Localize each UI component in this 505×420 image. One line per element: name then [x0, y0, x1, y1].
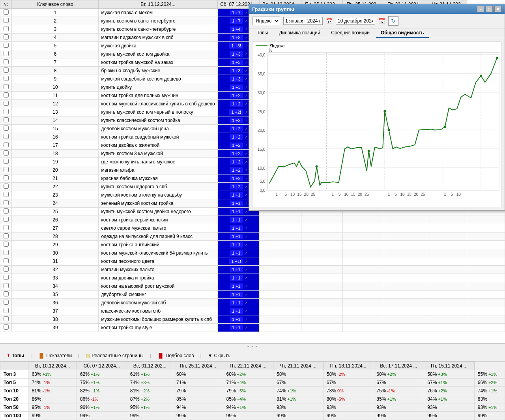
row-checkbox[interactable]: [4, 175, 9, 180]
row-checkbox[interactable]: [4, 200, 9, 205]
row-checkbox[interactable]: [4, 76, 9, 81]
trend-icon[interactable]: ↗: [244, 60, 247, 65]
trend-icon[interactable]: ↗: [244, 284, 247, 289]
calendar-from-icon[interactable]: 📅: [326, 18, 333, 24]
row-number: 29: [12, 241, 99, 249]
trend-icon[interactable]: ↗: [244, 210, 247, 214]
trend-icon[interactable]: ↗: [244, 193, 247, 197]
engine-select[interactable]: Яндекс Google: [252, 17, 280, 25]
tab-avg-positions[interactable]: Средние позиции: [326, 28, 374, 38]
row-checkbox[interactable]: [4, 109, 9, 114]
trend-icon[interactable]: ↗: [244, 251, 247, 255]
row-checkbox[interactable]: [4, 250, 9, 255]
row-checkbox[interactable]: [4, 59, 9, 64]
row-checkbox[interactable]: [4, 258, 9, 263]
trend-icon[interactable]: ↗: [244, 69, 247, 73]
row-checkbox[interactable]: [4, 117, 9, 122]
trend-icon[interactable]: ↗: [244, 143, 247, 148]
row-checkbox[interactable]: [4, 26, 9, 31]
trend-icon[interactable]: ↗: [244, 326, 247, 330]
row-checkbox[interactable]: [4, 233, 9, 238]
row-checkbox[interactable]: [4, 300, 9, 305]
row-checkbox[interactable]: [4, 324, 9, 330]
row-checkbox[interactable]: [4, 150, 9, 156]
row-checkbox[interactable]: [4, 225, 9, 230]
row-checkbox[interactable]: [4, 275, 9, 280]
svg-text:25: 25: [311, 192, 316, 196]
trend-icon[interactable]: ↗: [245, 110, 248, 114]
row-checkbox[interactable]: [4, 9, 9, 15]
tab-dynamics[interactable]: Динамика позиций: [274, 28, 325, 38]
trend-icon[interactable]: ↗: [244, 135, 247, 139]
row-checkbox[interactable]: [4, 184, 9, 189]
tab-tops[interactable]: Топы: [252, 28, 273, 38]
trend-icon[interactable]: ↗: [244, 52, 247, 56]
row-checkbox[interactable]: [4, 134, 9, 139]
tab-indicators[interactable]: ▐▌ Показатели: [34, 352, 76, 360]
row-checkbox[interactable]: [4, 84, 9, 89]
tab-tops-bottom[interactable]: T Топы: [3, 351, 28, 360]
maximize-button[interactable]: □: [486, 6, 493, 12]
minimize-button[interactable]: –: [477, 6, 484, 12]
trend-icon[interactable]: ↗: [245, 44, 248, 48]
date-from-input[interactable]: [283, 17, 323, 25]
trend-icon[interactable]: ↗: [244, 243, 247, 247]
trend-icon[interactable]: ↗: [244, 176, 247, 181]
trend-icon[interactable]: ↗: [244, 152, 247, 156]
row-checkbox[interactable]: [4, 43, 9, 48]
trend-icon[interactable]: ↗: [244, 226, 247, 231]
trend-icon[interactable]: ↗: [244, 85, 247, 90]
calendar-to-icon[interactable]: 📅: [378, 18, 385, 24]
row-checkbox[interactable]: [4, 291, 9, 296]
row-checkbox[interactable]: [4, 18, 9, 23]
trend-icon[interactable]: ↗: [244, 301, 247, 305]
trend-icon[interactable]: ↗: [244, 118, 247, 123]
row-checkbox[interactable]: [4, 101, 9, 106]
row-checkbox[interactable]: [4, 34, 9, 39]
row-checkbox[interactable]: [4, 283, 9, 288]
trend-icon[interactable]: ↗: [244, 77, 247, 81]
row-checkbox[interactable]: [4, 192, 9, 197]
row-checkbox[interactable]: [4, 142, 9, 147]
row-checkbox[interactable]: [4, 167, 9, 172]
row-checkbox[interactable]: [4, 316, 9, 321]
trend-icon[interactable]: ↗: [244, 127, 247, 131]
row-checkbox[interactable]: [4, 208, 9, 214]
row-checkbox[interactable]: [4, 126, 9, 131]
table-row: 36деловой костюм мужской спб1 +1↗: [0, 299, 505, 307]
trend-icon[interactable]: ↗: [244, 168, 247, 172]
trend-icon[interactable]: ↗: [244, 201, 247, 206]
row-checkbox[interactable]: [4, 266, 9, 272]
row-checkbox[interactable]: [4, 242, 9, 247]
trend-icon[interactable]: ↗: [244, 19, 247, 23]
row-checkbox[interactable]: [4, 68, 9, 73]
trend-icon[interactable]: ↗: [244, 36, 247, 40]
row-checkbox[interactable]: [4, 308, 9, 313]
row-checkbox[interactable]: [4, 217, 9, 222]
tab-visibility[interactable]: Общая видимость: [376, 28, 429, 38]
trend-icon[interactable]: ↗: [244, 27, 247, 32]
trend-icon[interactable]: ↗: [244, 276, 247, 280]
date-to-input[interactable]: [336, 17, 375, 25]
tab-word-selection[interactable]: ▐▌ Подбор слов: [153, 352, 198, 360]
trend-icon[interactable]: ↗: [244, 309, 247, 313]
trend-icon[interactable]: ↗: [245, 259, 248, 264]
trend-icon[interactable]: ↗: [244, 185, 247, 189]
trend-icon[interactable]: ↗: [244, 292, 247, 297]
trend-icon[interactable]: ↗: [244, 11, 247, 15]
row-checkbox[interactable]: [4, 159, 9, 164]
trend-icon[interactable]: ↗: [244, 218, 247, 222]
trend-icon[interactable]: ↗: [244, 268, 247, 272]
trend-icon[interactable]: ↗: [244, 102, 247, 106]
trend-icon[interactable]: ↗: [244, 317, 247, 322]
trend-icon[interactable]: ↗: [244, 160, 247, 164]
trend-icon[interactable]: ↗: [244, 234, 247, 239]
refresh-button[interactable]: ↻: [388, 16, 398, 26]
close-button[interactable]: ✕: [494, 6, 501, 12]
tab-hide[interactable]: ▼ Скрыть: [204, 352, 234, 360]
tab-relevant-pages[interactable]: ▤ Релевантные страницы: [82, 352, 147, 360]
trend-icon[interactable]: ↗: [244, 94, 247, 98]
row-checkbox[interactable]: [4, 92, 9, 98]
row-checkbox[interactable]: [4, 51, 9, 56]
resize-handle[interactable]: • • •: [0, 344, 505, 350]
